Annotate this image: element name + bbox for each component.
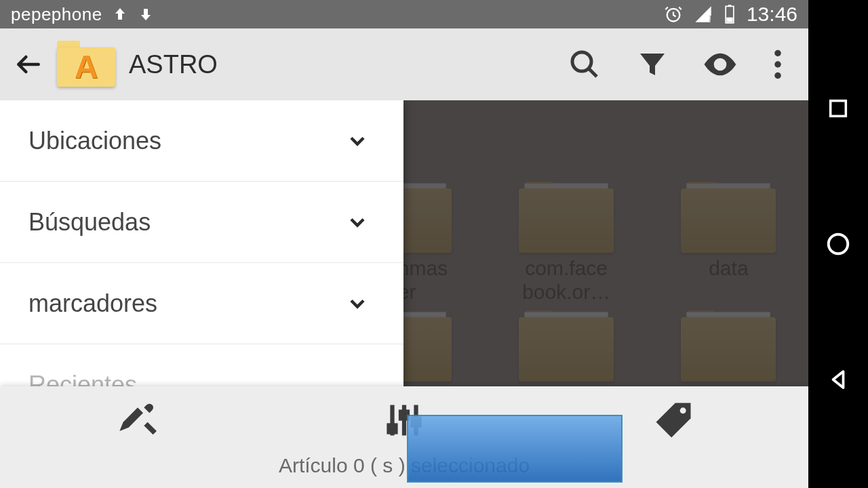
drawer-item-locations[interactable]: Ubicaciones bbox=[0, 100, 403, 182]
drawer-item-label: Búsquedas bbox=[28, 208, 151, 237]
drawer-item-label: marcadores bbox=[28, 289, 157, 318]
svg-rect-10 bbox=[389, 426, 395, 432]
tag-button[interactable] bbox=[612, 397, 734, 443]
ad-banner[interactable] bbox=[407, 415, 623, 483]
back-button[interactable] bbox=[14, 49, 43, 79]
chevron-down-icon bbox=[345, 210, 370, 235]
carrier-label: pepephone bbox=[11, 4, 102, 25]
clock-time: 13:46 bbox=[747, 3, 797, 26]
alarm-icon bbox=[664, 5, 683, 24]
svg-rect-14 bbox=[831, 101, 846, 117]
svg-rect-5 bbox=[726, 18, 732, 22]
tools-button[interactable] bbox=[74, 399, 196, 442]
app-icon: A bbox=[57, 41, 115, 88]
chevron-down-icon bbox=[345, 129, 370, 153]
content-area: scar ers… cleanmas ter com.face book.or…… bbox=[0, 100, 808, 488]
nav-home-button[interactable] bbox=[825, 230, 852, 258]
svg-point-15 bbox=[829, 235, 848, 254]
svg-point-7 bbox=[774, 50, 781, 57]
nav-back-button[interactable] bbox=[825, 366, 852, 393]
app-title: ASTRO bbox=[129, 50, 218, 79]
upload-icon bbox=[112, 6, 128, 22]
chevron-down-icon bbox=[345, 291, 370, 316]
signal-icon: ! bbox=[694, 5, 713, 24]
app-toolbar: A ASTRO bbox=[0, 28, 808, 100]
drawer-item-label: Ubicaciones bbox=[28, 127, 161, 155]
download-icon bbox=[138, 6, 154, 22]
svg-point-9 bbox=[774, 73, 781, 79]
svg-point-6 bbox=[572, 52, 591, 71]
filter-button[interactable] bbox=[625, 37, 679, 92]
system-nav-bar bbox=[808, 0, 868, 488]
overflow-menu-button[interactable] bbox=[761, 37, 795, 92]
svg-text:!: ! bbox=[709, 14, 711, 24]
battery-icon bbox=[724, 5, 736, 24]
drawer-item-searches[interactable]: Búsquedas bbox=[0, 182, 403, 263]
nav-recent-button[interactable] bbox=[825, 95, 852, 122]
svg-point-13 bbox=[680, 407, 686, 413]
svg-point-8 bbox=[774, 61, 781, 68]
view-button[interactable] bbox=[693, 37, 747, 92]
drawer-item-bookmarks[interactable]: marcadores bbox=[0, 263, 403, 344]
bottom-toolbar: Artículo 0 ( s ) seleccionado bbox=[0, 386, 808, 488]
status-bar: pepephone ! 13:46 bbox=[0, 0, 808, 28]
search-button[interactable] bbox=[557, 37, 612, 92]
